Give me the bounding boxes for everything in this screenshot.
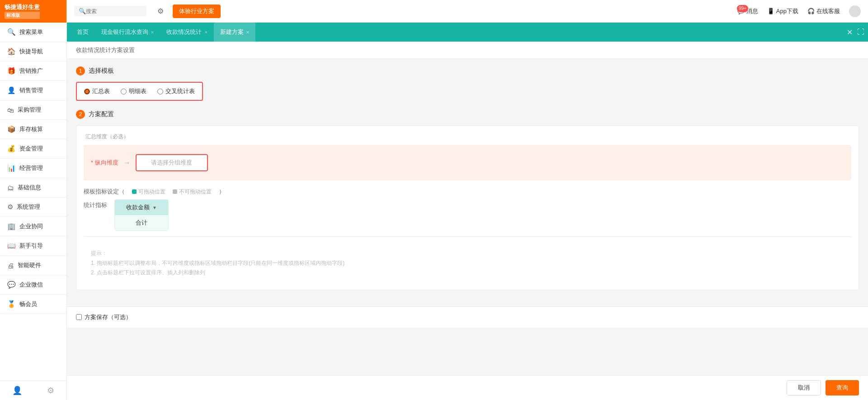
- dimension-title: 汇总维度（必选）: [84, 133, 851, 141]
- indicator-body-cell: 合计: [115, 215, 168, 231]
- wechat-icon: 💬: [7, 281, 16, 289]
- topbar-right: 💬 99+ 消息 📱 App下载 🎧 在线客服: [737, 5, 861, 17]
- basic-icon: 🗂: [7, 184, 14, 192]
- radio-summary-input[interactable]: [84, 89, 90, 94]
- user-icon[interactable]: 👤: [12, 386, 22, 395]
- search-box[interactable]: 🔍: [74, 6, 146, 16]
- sidebar-item-search[interactable]: 🔍搜索菜单: [0, 23, 66, 42]
- tabbar: 首页现金银行流水查询×收款情况统计×新建方案× ✕ ⛶: [67, 23, 868, 42]
- tab-close-new-plan[interactable]: ×: [246, 29, 249, 35]
- radio-cross-input[interactable]: [157, 89, 163, 94]
- save-checkbox[interactable]: [76, 314, 82, 320]
- app-version: 标准版: [5, 12, 40, 19]
- tab-home[interactable]: 首页: [71, 23, 95, 42]
- dimension-row: 纵向维度 → 请选择分组维度: [91, 154, 844, 171]
- gear-icon[interactable]: ⚙: [157, 7, 164, 15]
- dimension-select-button[interactable]: 请选择分组维度: [136, 154, 208, 171]
- radio-cross[interactable]: 交叉统计表: [157, 87, 195, 95]
- sidebar-item-label: 搜索菜单: [19, 28, 43, 36]
- notification-item[interactable]: 💬 99+ 消息: [737, 7, 758, 15]
- topbar: 🔍 ⚙ 体验行业方案 💬 99+ 消息 📱 App下载 🎧 在线客服: [67, 0, 868, 23]
- cancel-button[interactable]: 取消: [787, 380, 821, 395]
- indicator-table: 收款金额 ▼ 合计: [114, 199, 169, 231]
- sidebar-item-corp[interactable]: 🏢企业协同: [0, 217, 66, 236]
- industry-solution-button[interactable]: 体验行业方案: [173, 5, 221, 18]
- corp-icon: 🏢: [7, 222, 16, 231]
- radio-summary-label: 汇总表: [92, 87, 110, 95]
- draggable-hint: 可拖动位置: [132, 188, 165, 196]
- indicator-category-label: 统计指标: [84, 199, 107, 231]
- sidebar-item-smart[interactable]: 🖨智能硬件: [0, 256, 66, 275]
- sidebar-item-label: 营销推广: [19, 67, 43, 75]
- expand-icon[interactable]: ⛶: [857, 28, 864, 36]
- finance-icon: 💰: [7, 145, 16, 153]
- avatar[interactable]: [849, 5, 861, 17]
- sidebar-item-finance[interactable]: 💰资金管理: [0, 139, 66, 159]
- nodrag-dot: [173, 189, 177, 194]
- service-label: 在线客服: [816, 7, 840, 15]
- sidebar-item-label: 快捷导航: [19, 47, 43, 56]
- indicator-section: 模板指标设定（ 可拖动位置 不可拖动位置 ）: [84, 188, 851, 282]
- search-input[interactable]: [86, 8, 142, 14]
- non-draggable-hint: 不可拖动位置: [173, 188, 212, 196]
- tip1: 1. 拖动标题栏可以调整布局，不可跨维度或指标区域拖动栏目字段(只能在同一维度或…: [91, 259, 844, 268]
- save-option-label[interactable]: 方案保存（可选）: [76, 313, 132, 321]
- sidebar-item-operation[interactable]: 📊经营管理: [0, 159, 66, 178]
- sidebar-item-guide[interactable]: 📖新手引导: [0, 236, 66, 256]
- settings-icon[interactable]: ⚙: [47, 386, 54, 395]
- radio-summary[interactable]: 汇总表: [84, 87, 110, 95]
- sales-icon: 👤: [7, 86, 16, 94]
- quick-nav-icon: 🏠: [7, 47, 16, 56]
- service-icon: 🎧: [807, 8, 815, 14]
- breadcrumb: 收款情况统计方案设置: [76, 47, 135, 53]
- sidebar-item-basic[interactable]: 🗂基础信息: [0, 178, 66, 198]
- sidebar-item-system[interactable]: ⚙系统管理: [0, 198, 66, 217]
- download-label: App下载: [776, 7, 798, 15]
- sidebar-item-label: 新手引导: [19, 242, 43, 250]
- sidebar-item-inventory[interactable]: 📦库存核算: [0, 120, 66, 139]
- sidebar-item-member[interactable]: 🏅畅会员: [0, 295, 66, 314]
- tab-collection-stat[interactable]: 收款情况统计×: [160, 23, 213, 42]
- sidebar-item-marketing[interactable]: 🎁营销推广: [0, 61, 66, 81]
- row-label: 纵向维度: [91, 159, 118, 167]
- notification-badge: 99+: [737, 5, 748, 12]
- step2-section: 2 方案配置 汇总维度（必选） 纵向维度 → 请选择分组维度: [76, 110, 859, 290]
- service-item[interactable]: 🎧 在线客服: [807, 7, 840, 15]
- sidebar-item-label: 销售管理: [19, 86, 43, 94]
- sidebar-item-label: 畅会员: [19, 300, 37, 308]
- operation-icon: 📊: [7, 164, 16, 172]
- notification-badge-wrap: 💬 99+: [737, 8, 745, 14]
- sidebar-item-label: 采购管理: [18, 106, 41, 114]
- sidebar-item-wechat[interactable]: 💬企业微信: [0, 275, 66, 295]
- tab-new-plan[interactable]: 新建方案×: [214, 23, 255, 42]
- radio-cross-label: 交叉统计表: [165, 87, 195, 95]
- page-body: 1 选择模板 汇总表 明细表 交叉统计表: [67, 59, 868, 306]
- indicator-table-wrapper: 统计指标 收款金额 ▼: [84, 199, 851, 231]
- sidebar-item-sales[interactable]: 👤销售管理: [0, 81, 66, 100]
- footer: 取消 查询: [67, 375, 868, 400]
- tab-close-collection-stat[interactable]: ×: [204, 29, 207, 35]
- sidebar-item-label: 系统管理: [17, 203, 40, 211]
- indicator-header-cell[interactable]: 收款金额 ▼: [115, 200, 168, 215]
- sidebar-item-label: 智能硬件: [18, 261, 41, 269]
- tab-cash-flow[interactable]: 现金银行流水查询×: [95, 23, 160, 42]
- marketing-icon: 🎁: [7, 67, 16, 75]
- indicator-label-row: 模板指标设定（ 可拖动位置 不可拖动位置 ）: [84, 188, 851, 196]
- radio-detail[interactable]: 明细表: [121, 87, 146, 95]
- query-button[interactable]: 查询: [826, 380, 859, 395]
- step1-label: 选择模板: [89, 67, 114, 75]
- radio-detail-input[interactable]: [121, 89, 127, 94]
- sidebar-item-quick-nav[interactable]: 🏠快捷导航: [0, 42, 66, 61]
- system-icon: ⚙: [7, 203, 13, 211]
- content-area: 收款情况统计方案设置 1 选择模板 汇总表 明细表: [67, 42, 868, 375]
- tab-close-cash-flow[interactable]: ×: [151, 29, 154, 35]
- purchase-icon: 🛍: [7, 106, 14, 114]
- sidebar-item-purchase[interactable]: 🛍采购管理: [0, 100, 66, 120]
- download-icon: 📱: [767, 8, 774, 14]
- download-item[interactable]: 📱 App下载: [767, 7, 798, 15]
- sidebar-item-label: 资金管理: [19, 145, 43, 153]
- search-icon: 🔍: [79, 8, 86, 14]
- close-all-icon[interactable]: ✕: [847, 28, 853, 37]
- step2-label: 方案配置: [89, 110, 114, 118]
- smart-icon: 🖨: [7, 262, 14, 269]
